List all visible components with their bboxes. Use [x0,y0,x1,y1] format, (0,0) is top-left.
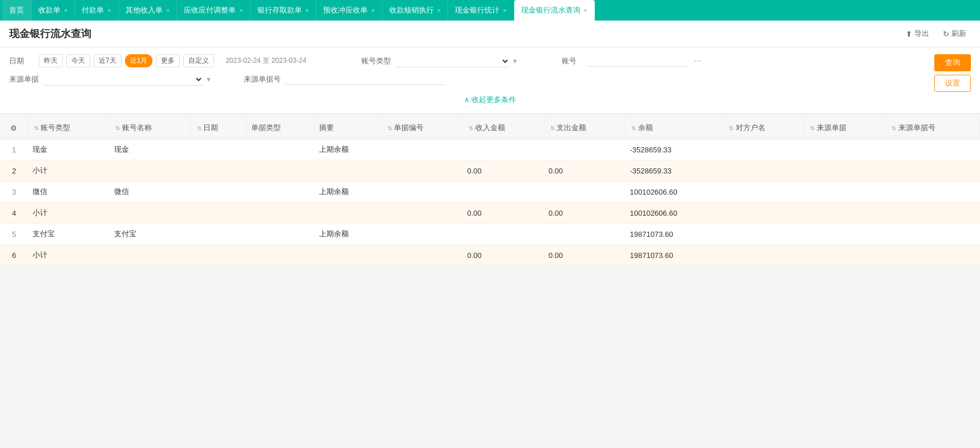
date-label: 日期 [9,56,30,66]
nav-collect[interactable]: 收款核销执行 × [382,0,448,21]
cell-income: 0.00 [463,203,544,224]
gear-icon: ⚙ [10,124,17,132]
nav-home[interactable]: 首页 [2,0,31,21]
cell-expense [544,181,625,203]
date-btn-custom[interactable]: 自定义 [183,54,214,67]
nav-prepay[interactable]: 预收冲应收单 × [316,0,382,21]
cell-source-doc [804,224,885,245]
th-doc-type: 单据类型 [247,117,314,139]
header-actions: ⬆ 导出 ↻ 刷新 [901,26,971,41]
cell-account-name [110,203,191,224]
cell-balance: -3528659.33 [625,160,723,181]
th-income[interactable]: ⇅ 收入金额 [463,117,544,139]
top-navigation: 首页 收款单 × 付款单 × 其他收入单 × 应收应付调整单 × 银行存取款单 … [0,0,980,21]
nav-cashflow[interactable]: 现金银行流水查询 × [514,0,595,21]
nav-bank-deposit-close[interactable]: × [305,7,309,14]
date-btn-1month[interactable]: 近1月 [125,54,153,67]
source-doc-no-input[interactable] [285,74,445,85]
nav-receipts[interactable]: 收款单 × [31,0,75,21]
cell-balance: 19871073.60 [625,224,723,245]
cell-expense: 0.00 [544,160,625,181]
cell-account-type: 微信 [28,181,109,203]
date-btn-yesterday[interactable]: 昨天 [39,54,63,67]
cell-balance: 100102606.60 [625,181,723,203]
date-btn-7days[interactable]: 近7天 [94,54,122,67]
cell-account-type: 小计 [28,203,109,224]
th-balance[interactable]: ⇅ 余额 [625,117,723,139]
nav-stats[interactable]: 现金银行统计 × [448,0,514,21]
cell-source-doc [804,181,885,203]
export-button[interactable]: ⬆ 导出 [901,26,934,41]
cell-doc-no [381,181,462,203]
cell-income: 0.00 [463,160,544,181]
nav-adjustment-close[interactable]: × [239,7,243,14]
page-header: 现金银行流水查询 ⬆ 导出 ↻ 刷新 [0,21,980,47]
cell-account-name: 微信 [110,181,191,203]
cell-summary: 上期余额 [314,181,381,203]
th-expense[interactable]: ⇅ 支出金额 [544,117,625,139]
settings-button[interactable]: 设置 [934,75,971,92]
date-range: 2023-02-24 至 2023-03-24 [225,56,306,66]
nav-stats-close[interactable]: × [503,7,506,14]
cell-date [191,203,247,224]
nav-collect-label: 收款核销执行 [389,5,434,15]
table-row: 3微信微信上期余额100102606.60 [0,181,980,203]
account-type-chevron-icon: ▼ [512,58,518,64]
nav-bank-deposit[interactable]: 银行存取款单 × [251,0,316,21]
cell-source-doc-no [885,245,979,266]
cell-num: 2 [0,160,28,181]
nav-other-income-close[interactable]: × [166,7,170,14]
source-doc-select[interactable] [43,73,203,86]
nav-home-label: 首页 [9,5,24,15]
th-account-name[interactable]: ⇅ 账号名称 [110,117,191,139]
nav-payments-label: 付款单 [82,5,104,15]
account-input[interactable] [587,55,687,67]
export-label: 导出 [914,29,929,39]
nav-prepay-close[interactable]: × [371,7,374,14]
cell-date [191,139,247,160]
th-account-type[interactable]: ⇅ 账号类型 [28,117,109,139]
sort-icon-source-doc-no: ⇅ [892,125,896,131]
cell-counterpart [723,139,804,160]
table-row: 5支付宝支付宝上期余额19871073.60 [0,224,980,245]
cell-counterpart [723,203,804,224]
th-counterpart[interactable]: ⇅ 对方户名 [723,117,804,139]
th-doc-no[interactable]: ⇅ 单据编号 [381,117,462,139]
cell-doc-no [381,245,462,266]
nav-payments[interactable]: 付款单 × [75,0,118,21]
th-source-doc[interactable]: ⇅ 来源单据 [804,117,885,139]
cell-account-name: 现金 [110,139,191,160]
account-type-select[interactable] [396,55,510,67]
nav-receipts-close[interactable]: × [64,7,67,14]
source-doc-no-group: 来源单据号 [244,74,445,85]
nav-other-income[interactable]: 其他收入单 × [119,0,177,21]
account-filter: 账号 ··· [562,55,704,67]
cell-income [463,224,544,245]
th-date[interactable]: ⇅ 日期 [191,117,247,139]
cell-account-name [110,245,191,266]
nav-payments-close[interactable]: × [107,7,111,14]
th-source-doc-no[interactable]: ⇅ 来源单据号 [885,117,979,139]
table-row: 1现金现金上期余额-3528659.33 [0,139,980,160]
refresh-button[interactable]: ↻ 刷新 [938,26,971,41]
cell-date [191,224,247,245]
account-type-label: 账号类型 [361,56,391,66]
cell-summary [314,203,381,224]
cell-counterpart [723,224,804,245]
th-gear[interactable]: ⚙ [0,117,28,139]
account-ellipsis-button[interactable]: ··· [692,56,704,66]
nav-collect-close[interactable]: × [437,7,441,14]
nav-adjustment[interactable]: 应收应付调整单 × [177,0,250,21]
date-btn-today[interactable]: 今天 [66,54,90,67]
cell-income [463,139,544,160]
account-label: 账号 [562,56,582,66]
cell-doc-no [381,203,462,224]
collapse-bar[interactable]: ∧ 收起更多条件 [9,91,971,106]
query-button[interactable]: 查询 [934,54,971,71]
sort-icon-source-doc: ⇅ [810,125,814,131]
nav-cashflow-close[interactable]: × [584,7,587,14]
cell-source-doc [804,139,885,160]
cell-counterpart [723,245,804,266]
cell-source-doc-no [885,139,979,160]
date-btn-more[interactable]: 更多 [156,54,180,67]
